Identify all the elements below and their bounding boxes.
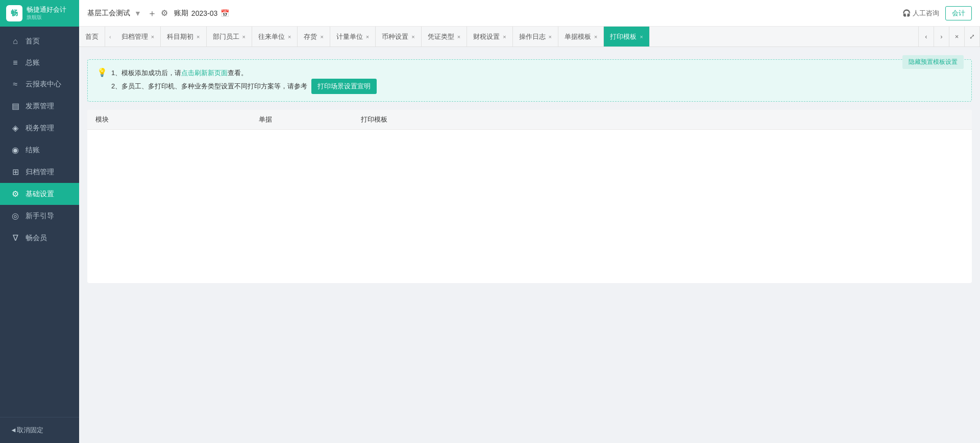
- tab-close-operation-log[interactable]: ×: [549, 34, 552, 40]
- tab-nav-left[interactable]: ‹: [105, 34, 115, 40]
- tab-close-department[interactable]: ×: [242, 34, 246, 40]
- sidebar-navigation: ⌂ 首页 ≡ 总账 ≈ 云报表中心 ▤ 发票管理 ◈ 税务管理 ◉ 结账 ⊞ 归…: [0, 27, 79, 417]
- main-area: 基层工会测试 ▼ ＋ ⚙ 账期 2023-03 📅 🎧 人工咨询 会计 首页 ‹: [79, 0, 980, 443]
- sidebar-item-ledger[interactable]: ≡ 总账: [0, 52, 79, 74]
- sidebar-item-reports[interactable]: ≈ 云报表中心: [0, 74, 79, 95]
- sidebar-item-invoice[interactable]: ▤ 发票管理: [0, 95, 79, 117]
- add-company-button[interactable]: ＋: [148, 9, 157, 18]
- sidebar: 畅 畅捷通好会计 旗舰版 ⌂ 首页 ≡ 总账 ≈ 云报表中心 ▤ 发票管理 ◈ …: [0, 0, 79, 443]
- tab-operation-log[interactable]: 操作日志 ×: [513, 27, 558, 47]
- ledger-icon: ≡: [10, 58, 20, 67]
- sidebar-item-home[interactable]: ⌂ 首页: [0, 31, 79, 52]
- tab-home[interactable]: 首页: [79, 27, 105, 47]
- tab-nav-buttons: ‹ › × ⤢: [918, 27, 980, 47]
- tab-fullscreen[interactable]: ⤢: [965, 27, 980, 47]
- top-bar-right: 🎧 人工咨询 会计: [902, 6, 972, 20]
- notice-box: 💡 1、模板添加成功后，请点击刷新新页面查看。 2、多员工、多打印机、多种业务类…: [87, 59, 972, 102]
- sidebar-item-guide[interactable]: ◎ 新手引导: [0, 205, 79, 227]
- refresh-link[interactable]: 点击刷新新页面: [181, 69, 228, 77]
- company-selector[interactable]: 基层工会测试 ▼: [87, 9, 141, 18]
- sidebar-logo: 畅 畅捷通好会计 旗舰版: [0, 0, 79, 27]
- company-dropdown-icon: ▼: [134, 9, 141, 17]
- invoice-icon: ▤: [10, 101, 20, 111]
- tab-close-archive[interactable]: ×: [151, 34, 154, 40]
- bulb-icon: 💡: [97, 67, 107, 77]
- table-header-template: 打印模板: [353, 115, 972, 124]
- table-header-voucher: 单据: [251, 115, 353, 124]
- closing-icon: ◉: [10, 145, 20, 155]
- content-wrapper: 隐藏预置模板设置 💡 1、模板添加成功后，请点击刷新新页面查看。 2、多员工、多…: [87, 55, 972, 283]
- headset-icon: 🎧: [902, 9, 911, 17]
- tab-department[interactable]: 部门员工 ×: [207, 27, 252, 47]
- table-header: 模块 单据 打印模板: [87, 110, 972, 130]
- tab-bar: 首页 ‹ 归档管理 × 科目期初 × 部门员工 × 往来单位 × 存货 × 计量…: [79, 27, 980, 47]
- tab-measure[interactable]: 计量单位 ×: [330, 27, 376, 47]
- tab-close-single-template[interactable]: ×: [594, 34, 597, 40]
- tab-tax-settings[interactable]: 财税设置 ×: [467, 27, 512, 47]
- top-bar: 基层工会测试 ▼ ＋ ⚙ 账期 2023-03 📅 🎧 人工咨询 会计: [79, 0, 980, 27]
- tab-close-subject[interactable]: ×: [197, 34, 200, 40]
- print-template-table: 模块 单据 打印模板: [87, 110, 972, 283]
- hide-template-button[interactable]: 隐藏预置模板设置: [902, 55, 964, 69]
- logo-text: 畅捷通好会计 旗舰版: [27, 6, 66, 21]
- company-settings-icon[interactable]: ⚙: [161, 8, 168, 18]
- tab-scroll-right[interactable]: ›: [934, 27, 949, 47]
- archive-icon: ⊞: [10, 167, 20, 177]
- tab-close-print-template[interactable]: ×: [640, 34, 643, 40]
- tab-currency[interactable]: 币种设置 ×: [376, 27, 421, 47]
- sidebar-item-tax[interactable]: ◈ 税务管理: [0, 117, 79, 139]
- sidebar-item-archive[interactable]: ⊞ 归档管理: [0, 161, 79, 183]
- tab-archive[interactable]: 归档管理 ×: [115, 27, 161, 47]
- sidebar-item-member[interactable]: ∇ 畅会员: [0, 227, 79, 249]
- tax-icon: ◈: [10, 123, 20, 133]
- accountant-button[interactable]: 会计: [945, 6, 972, 20]
- tab-subject[interactable]: 科目期初 ×: [161, 27, 206, 47]
- print-scene-explain-button[interactable]: 打印场景设置宣明: [311, 79, 377, 94]
- tab-close-inventory[interactable]: ×: [320, 34, 323, 40]
- top-bar-actions: ＋ ⚙: [148, 8, 168, 18]
- customer-service-button[interactable]: 🎧 人工咨询: [902, 9, 939, 18]
- content-area: 隐藏预置模板设置 💡 1、模板添加成功后，请点击刷新新页面查看。 2、多员工、多…: [79, 47, 980, 443]
- tab-close-measure[interactable]: ×: [366, 34, 369, 40]
- sidebar-item-closing[interactable]: ◉ 结账: [0, 139, 79, 161]
- table-header-module: 模块: [87, 115, 251, 124]
- home-icon: ⌂: [10, 37, 20, 46]
- tab-close-supplier[interactable]: ×: [288, 34, 291, 40]
- table-body: [87, 130, 972, 283]
- tab-supplier[interactable]: 往来单位 ×: [252, 27, 298, 47]
- sidebar-unpin-button[interactable]: ◄取消固定: [0, 417, 79, 443]
- notice-text: 1、模板添加成功后，请点击刷新新页面查看。 2、多员工、多打印机、多种业务类型设…: [111, 67, 377, 94]
- notice-row: 💡 1、模板添加成功后，请点击刷新新页面查看。 2、多员工、多打印机、多种业务类…: [97, 67, 962, 94]
- tab-print-template[interactable]: 打印模板 ×: [604, 27, 649, 47]
- accounting-period: 账期 2023-03 📅: [174, 9, 229, 18]
- tab-inventory[interactable]: 存货 ×: [298, 27, 330, 47]
- member-icon: ∇: [10, 233, 20, 243]
- tab-close-tax-settings[interactable]: ×: [503, 34, 506, 40]
- settings-icon: ⚙: [10, 189, 20, 199]
- guide-icon: ◎: [10, 211, 20, 221]
- tab-close-voucher-type[interactable]: ×: [457, 34, 460, 40]
- tab-voucher-type[interactable]: 凭证类型 ×: [422, 27, 467, 47]
- tab-close-all[interactable]: ×: [949, 27, 965, 47]
- reports-icon: ≈: [10, 80, 20, 89]
- sidebar-item-settings[interactable]: ⚙ 基础设置: [0, 183, 79, 205]
- tab-close-currency[interactable]: ×: [411, 34, 414, 40]
- tab-scroll-left[interactable]: ‹: [919, 27, 934, 47]
- logo-icon: 畅: [6, 5, 22, 21]
- tab-single-template[interactable]: 单据模板 ×: [558, 27, 604, 47]
- calendar-icon[interactable]: 📅: [220, 9, 229, 17]
- notice-line1: 1、模板添加成功后，请点击刷新新页面查看。: [111, 67, 377, 79]
- notice-line2: 2、多员工、多打印机、多种业务类型设置不同打印方案等，请参考 打印场景设置宣明: [111, 79, 377, 94]
